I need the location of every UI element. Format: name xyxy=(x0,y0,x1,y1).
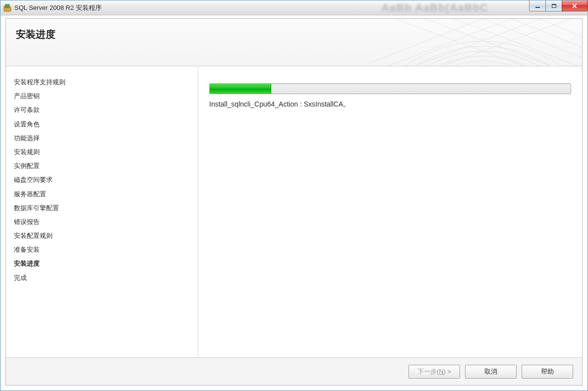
sidebar-step[interactable]: 安装进度 xyxy=(14,257,198,271)
wizard-sidebar: 安装程序支持规则产品密钥许可条款设置角色功能选择安装规则实例配置磁盘空间要求服务… xyxy=(6,66,198,357)
sidebar-step[interactable]: 服务器配置 xyxy=(14,187,198,201)
app-icon xyxy=(3,4,11,12)
sidebar-step[interactable]: 设置角色 xyxy=(14,117,198,131)
next-button-hotkey: N xyxy=(439,368,443,375)
sidebar-step[interactable]: 安装规则 xyxy=(14,145,198,159)
next-button-suffix: ) > xyxy=(444,368,452,375)
sidebar-step[interactable]: 磁盘空间要求 xyxy=(14,173,198,187)
sidebar-step[interactable]: 许可条款 xyxy=(14,103,198,117)
help-button[interactable]: 帮助 xyxy=(522,365,573,379)
titlebar[interactable]: AaBb AaBb(AaBbC SQL Server 2008 R2 安装程序 … xyxy=(0,0,588,15)
window-controls: ✕ xyxy=(529,0,588,11)
sidebar-step[interactable]: 准备安装 xyxy=(14,243,198,257)
maximize-button[interactable] xyxy=(545,0,562,11)
installer-window: AaBb AaBb(AaBbC SQL Server 2008 R2 安装程序 … xyxy=(0,0,588,391)
cancel-button[interactable]: 取消 xyxy=(465,365,517,379)
sidebar-step[interactable]: 安装程序支持规则 xyxy=(14,75,198,89)
close-button[interactable]: ✕ xyxy=(562,0,588,11)
progress-bar xyxy=(209,83,571,94)
sidebar-step[interactable]: 完成 xyxy=(14,271,198,285)
sidebar-step[interactable]: 功能选择 xyxy=(14,131,198,145)
sidebar-step[interactable]: 数据库引擎配置 xyxy=(14,201,198,215)
next-button[interactable]: 下一步(N) > xyxy=(409,365,460,379)
next-button-prefix: 下一步( xyxy=(417,368,439,375)
sidebar-step[interactable]: 错误报告 xyxy=(14,215,198,229)
progress-status-text: Install_sqlncli_Cpu64_Action : SxsInstal… xyxy=(209,100,571,109)
progress-fill xyxy=(210,84,271,94)
sidebar-step[interactable]: 安装配置规则 xyxy=(14,229,198,243)
wizard-main: Install_sqlncli_Cpu64_Action : SxsInstal… xyxy=(198,66,582,357)
wizard-content: 安装程序支持规则产品密钥许可条款设置角色功能选择安装规则实例配置磁盘空间要求服务… xyxy=(6,66,582,357)
sidebar-step[interactable]: 实例配置 xyxy=(14,159,198,173)
wizard-footer: 下一步(N) > 取消 帮助 xyxy=(6,357,582,385)
sidebar-step[interactable]: 产品密钥 xyxy=(14,89,198,103)
wizard-frame: 安装进度 安装程序支持规则产品密钥许可条款设置角色功能选择安装规则实例配置磁盘空… xyxy=(5,18,583,386)
window-title: SQL Server 2008 R2 安装程序 xyxy=(14,3,102,12)
svg-rect-2 xyxy=(5,4,9,7)
minimize-button[interactable] xyxy=(529,0,546,11)
wizard-header: 安装进度 xyxy=(6,19,582,66)
page-title: 安装进度 xyxy=(6,19,582,41)
titlebar-blur-decor: AaBb AaBb(AaBbC xyxy=(100,0,498,15)
